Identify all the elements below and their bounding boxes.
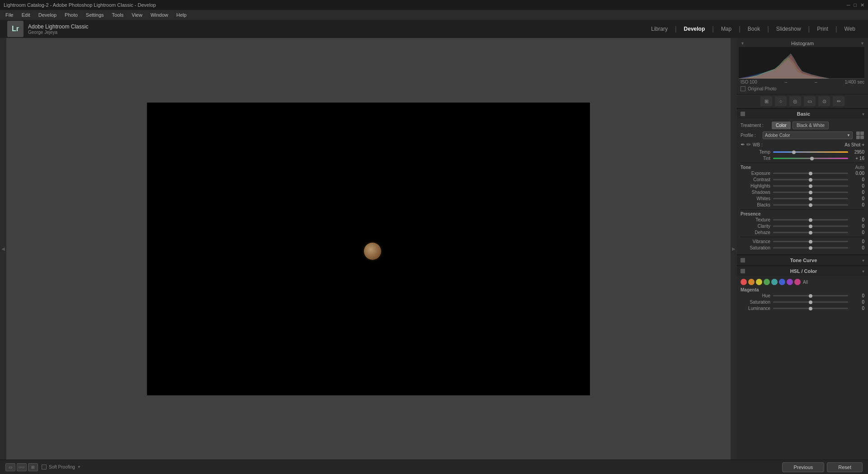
saturation-row: Saturation 0 — [741, 245, 864, 250]
hsl-saturation-slider[interactable] — [773, 301, 848, 303]
single-view-btn[interactable]: ▭ — [5, 463, 15, 471]
spot-removal-tool[interactable]: ○ — [775, 96, 787, 106]
nav-develop[interactable]: Develop — [679, 24, 711, 34]
clarity-label: Clarity — [741, 224, 773, 229]
highlights-row: Highlights 0 — [741, 183, 864, 188]
menu-window[interactable]: Window — [147, 11, 172, 19]
hsl-orange-dot[interactable] — [748, 279, 755, 285]
hsl-aqua-dot[interactable] — [771, 279, 778, 285]
wb-label: WB : — [753, 142, 771, 147]
blacks-slider[interactable] — [773, 204, 848, 206]
nav-web[interactable]: Web — [839, 24, 861, 34]
view-icons: ▭ ▭▭ ⊞ — [5, 463, 38, 471]
hsl-yellow-dot[interactable] — [756, 279, 762, 285]
menu-edit[interactable]: Edit — [18, 11, 34, 19]
hsl-red-dot[interactable] — [741, 279, 747, 285]
whites-label: Whites — [741, 196, 773, 201]
wb-dropper-icon[interactable]: ✒ — [741, 141, 745, 148]
graduated-filter-tool[interactable]: ▭ — [804, 96, 816, 106]
menu-file[interactable]: File — [2, 11, 17, 19]
tone-auto-btn[interactable]: Auto — [855, 165, 864, 170]
nav-library[interactable]: Library — [646, 24, 673, 34]
hsl-luminance-slider[interactable] — [773, 308, 848, 309]
survey-view-btn[interactable]: ⊞ — [28, 463, 38, 471]
compare-view-btn[interactable]: ▭▭ — [17, 463, 27, 471]
hsl-color-row: All — [741, 279, 864, 285]
profile-select[interactable]: Adobe Color ▼ — [763, 131, 853, 139]
hsl-magenta-dot[interactable] — [794, 279, 801, 285]
whites-slider[interactable] — [773, 198, 848, 199]
blacks-value: 0 — [848, 202, 864, 207]
hsl-blue-dot[interactable] — [779, 279, 785, 285]
red-eye-tool[interactable]: ◎ — [789, 96, 801, 106]
whites-thumb — [809, 197, 812, 201]
hsl-hue-slider[interactable] — [773, 295, 848, 296]
wb-picker-icon[interactable]: ✏ — [746, 141, 751, 148]
clarity-slider[interactable] — [773, 225, 848, 227]
whites-value: 0 — [848, 196, 864, 201]
menu-develop[interactable]: Develop — [35, 11, 60, 19]
previous-button[interactable]: Previous — [782, 462, 824, 472]
hsl-saturation-label: Saturation — [741, 300, 773, 305]
clarity-value: 0 — [848, 224, 864, 229]
profile-dropdown-icon: ▼ — [847, 133, 850, 137]
divider-3 — [741, 237, 864, 237]
texture-slider[interactable] — [773, 219, 848, 221]
hsl-green-dot[interactable] — [764, 279, 770, 285]
menu-help[interactable]: Help — [173, 11, 190, 19]
soft-proofing-dropdown[interactable]: ▼ — [77, 465, 81, 469]
menu-tools[interactable]: Tools — [108, 11, 127, 19]
treatment-color-btn[interactable]: Color — [772, 122, 791, 129]
bottom-actions: Previous Reset — [782, 462, 863, 472]
shadows-slider[interactable] — [773, 192, 848, 193]
bottom-bar: ▭ ▭▭ ⊞ Soft Proofing ▼ Previous Reset — [0, 460, 868, 474]
hsl-saturation-row: Saturation 0 — [741, 300, 864, 305]
nav-map[interactable]: Map — [716, 24, 737, 34]
vibrance-thumb — [809, 240, 812, 244]
vibrance-slider[interactable] — [773, 241, 848, 242]
minimize-btn[interactable]: ─ — [847, 2, 850, 8]
profile-grid-btn[interactable] — [856, 131, 864, 139]
contrast-slider[interactable] — [773, 179, 848, 180]
exposure-slider[interactable] — [773, 173, 848, 174]
adjustment-brush-tool[interactable]: ✏ — [833, 96, 844, 106]
hsl-all-label[interactable]: All — [803, 280, 808, 285]
nav-print[interactable]: Print — [811, 24, 834, 34]
menu-view[interactable]: View — [128, 11, 146, 19]
soft-proofing-checkbox[interactable] — [42, 465, 47, 469]
maximize-btn[interactable]: □ — [854, 2, 857, 8]
highlights-slider[interactable] — [773, 185, 848, 187]
contrast-thumb — [809, 178, 812, 182]
tone-curve-header[interactable]: Tone Curve ▾ — [737, 255, 868, 265]
close-btn[interactable]: ✕ — [860, 2, 864, 8]
nav-book[interactable]: Book — [742, 24, 765, 34]
right-panel-toggle[interactable]: ▶ — [731, 38, 737, 460]
reset-button[interactable]: Reset — [827, 462, 863, 472]
exposure-label: Exposure — [741, 171, 773, 176]
dehaze-slider[interactable] — [773, 232, 848, 233]
left-panel-toggle[interactable]: ◀ — [0, 38, 6, 460]
histogram-title: Histogram — [791, 41, 814, 46]
hsl-purple-dot[interactable] — [787, 279, 793, 285]
saturation-slider[interactable] — [773, 247, 848, 249]
radial-filter-tool[interactable]: ⊙ — [818, 96, 830, 106]
hsl-saturation-value: 0 — [848, 300, 864, 305]
tone-curve-indicator — [741, 258, 745, 263]
histogram-meta: ISO 100 – – 1/400 sec — [739, 79, 866, 85]
hsl-luminance-thumb — [809, 307, 812, 310]
divider-2 — [741, 209, 864, 210]
treatment-bw-btn[interactable]: Black & White — [793, 122, 829, 129]
whites-row: Whites 0 — [741, 196, 864, 201]
tint-slider[interactable] — [773, 158, 848, 159]
crop-tool[interactable]: ⊞ — [760, 96, 772, 106]
temp-slider[interactable] — [773, 151, 848, 153]
hsl-panel-header[interactable]: HSL / Color ▾ — [737, 266, 868, 276]
menu-settings[interactable]: Settings — [82, 11, 108, 19]
title-text: Lightroom Catalog-2 - Adobe Photoshop Li… — [4, 2, 156, 8]
original-photo-checkbox[interactable] — [741, 86, 745, 91]
basic-panel-header[interactable]: Basic ▾ — [737, 108, 868, 119]
menu-photo[interactable]: Photo — [61, 11, 81, 19]
shadows-row: Shadows 0 — [741, 190, 864, 195]
nav-slideshow[interactable]: Slideshow — [771, 24, 807, 34]
right-panel: ▼ Histogram ▼ ISO 100 – — [737, 38, 868, 460]
